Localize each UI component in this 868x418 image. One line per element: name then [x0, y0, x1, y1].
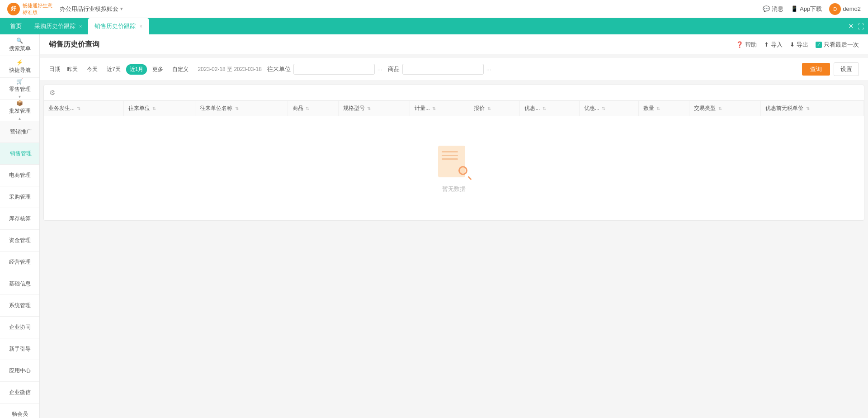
empty-text: 暂无数据 [442, 185, 466, 193]
user-menu[interactable]: D demo2 [829, 3, 861, 15]
th-unit[interactable]: 计量... ⇅ [410, 101, 469, 116]
logo-icon: 好 [7, 3, 20, 15]
logo-text: 畅捷通好生意 标准版 [23, 2, 52, 15]
sort-icon: ⇅ [602, 106, 605, 111]
tab-purchase-history[interactable]: 采购历史价跟踪 × [28, 18, 88, 34]
page-header: 销售历史价查询 ❓ 帮助 ⬆ 导入 ⬇ 导出 ✓ 只看最后一次 [40, 34, 868, 54]
filter-actions: 查询 设置 [802, 62, 859, 76]
sidebar-item-basic-info[interactable]: 基础信息 [0, 273, 39, 295]
table-settings-icon[interactable]: ⚙ [49, 89, 55, 97]
sidebar-item-search[interactable]: 🔍 搜索菜单 [0, 34, 39, 56]
message-icon: 💬 [763, 5, 770, 12]
th-discount1[interactable]: 优惠... ⇅ [520, 101, 579, 116]
partner-more-icon[interactable]: ··· [377, 66, 382, 73]
date-label: 日期 [49, 65, 61, 73]
query-button[interactable]: 查询 [802, 63, 830, 76]
sidebar-item-sales-mgmt[interactable]: 销售管理 [0, 143, 39, 165]
sort-icon: ⇅ [656, 106, 660, 111]
checkbox-checked-icon: ✓ [816, 42, 822, 48]
sidebar-item-operations[interactable]: 经营管理 [0, 252, 39, 273]
export-button[interactable]: ⬇ 导出 [790, 41, 808, 49]
th-spec[interactable]: 规格型号 ⇅ [338, 101, 410, 116]
partner-filter-group: 往来单位 ··· [267, 64, 382, 75]
sort-icon: ⇅ [806, 106, 810, 111]
th-partner-name[interactable]: 往来单位名称 ⇅ [195, 101, 288, 116]
th-pretax-price[interactable]: 优惠前无税单价 ⇅ [761, 101, 864, 116]
settings-button[interactable]: 设置 [834, 62, 859, 76]
data-table: 业务发生... ⇅ 往来单位 ⇅ 往来单位名称 ⇅ 商品 [44, 101, 864, 116]
sidebar-item-system[interactable]: 系统管理 [0, 295, 39, 317]
top-bar: 好 畅捷通好生意 标准版 办公用品行业模拟账套 ▾ 💬 消息 📱 App下载 D… [0, 0, 868, 18]
sort-icon: ⇅ [487, 106, 491, 111]
sidebar-item-wholesale[interactable]: 📦 批发管理 ▴ [0, 100, 39, 121]
top-bar-left: 好 畅捷通好生意 标准版 办公用品行业模拟账套 ▾ [7, 2, 127, 15]
sidebar-item-retail[interactable]: 🛒 零售管理 ▾ [0, 78, 39, 100]
maximize-window-icon[interactable]: ⛶ [858, 23, 864, 30]
content-area: 销售历史价查询 ❓ 帮助 ⬆ 导入 ⬇ 导出 ✓ 只看最后一次 [40, 34, 868, 418]
sidebar-sub-group: 营销推广 销售管理 [0, 121, 39, 165]
sidebar-item-enterprise-collab[interactable]: 企业协同 [0, 317, 39, 338]
date-btn-today[interactable]: 今天 [83, 64, 101, 75]
page-title: 销售历史价查询 [49, 40, 99, 49]
date-btn-custom[interactable]: 自定义 [169, 64, 192, 75]
wholesale-icon: 📦 [16, 100, 23, 106]
date-btn-yesterday[interactable]: 昨天 [63, 64, 81, 75]
date-btn-7days[interactable]: 近7天 [103, 64, 124, 75]
th-trade-type[interactable]: 交易类型 ⇅ [689, 101, 761, 116]
sort-icon: ⇅ [718, 106, 722, 111]
tab-close-purchase-icon[interactable]: × [79, 24, 82, 29]
help-icon: ❓ [736, 41, 743, 48]
page-header-actions: ❓ 帮助 ⬆ 导入 ⬇ 导出 ✓ 只看最后一次 [736, 41, 859, 49]
logo: 好 畅捷通好生意 标准版 [7, 2, 52, 15]
tab-sales-history[interactable]: 销售历史价跟踪 × [88, 18, 148, 34]
th-business-date[interactable]: 业务发生... ⇅ [44, 101, 124, 116]
th-goods[interactable]: 商品 ⇅ [288, 101, 338, 116]
table-container: ⚙ 业务发生... ⇅ 往来单位 ⇅ 往来单位名称 [43, 85, 864, 221]
sidebar-item-enterprise-wechat[interactable]: 企业微信 [0, 382, 39, 404]
top-bar-right: 💬 消息 📱 App下载 D demo2 [763, 3, 861, 15]
sidebar-item-quick-nav[interactable]: ⚡ 快捷导航 [0, 56, 39, 78]
goods-more-icon[interactable]: ··· [486, 66, 491, 73]
tab-home[interactable]: 首页 [4, 18, 28, 34]
app-download-button[interactable]: 📱 App下载 [791, 5, 822, 13]
date-buttons: 昨天 今天 近7天 近1月 更多 自定义 [63, 64, 192, 75]
only-last-checkbox[interactable]: ✓ 只看最后一次 [816, 41, 859, 49]
th-quantity[interactable]: 数量 ⇅ [639, 101, 689, 116]
partner-label: 往来单位 [267, 65, 291, 73]
account-selector[interactable]: 办公用品行业模拟账套 ▾ [56, 5, 127, 13]
help-button[interactable]: ❓ 帮助 [736, 41, 757, 49]
sidebar-item-newbie-guide[interactable]: 新手引导 [0, 338, 39, 360]
date-btn-more[interactable]: 更多 [149, 64, 167, 75]
goods-input[interactable] [402, 64, 484, 75]
th-discount2[interactable]: 优惠... ⇅ [579, 101, 638, 116]
sidebar-item-ecommerce[interactable]: 电商管理 [0, 165, 39, 186]
sidebar-item-member[interactable]: 畅会员 [0, 404, 39, 418]
date-filter-group: 日期 昨天 今天 近7天 近1月 更多 自定义 [49, 64, 192, 75]
th-quoted-price[interactable]: 报价 ⇅ [469, 101, 520, 116]
date-btn-1month[interactable]: 近1月 [126, 64, 147, 75]
magnify-handle [467, 176, 472, 180]
retail-icon: 🛒 [16, 78, 23, 85]
empty-illustration [436, 143, 472, 180]
avatar: D [829, 3, 841, 15]
export-icon: ⬇ [790, 41, 795, 48]
sidebar-item-inventory[interactable]: 库存核算 [0, 208, 39, 230]
magnify-glass [458, 166, 472, 180]
th-partner-code[interactable]: 往来单位 ⇅ [124, 101, 195, 116]
sort-icon: ⇅ [235, 106, 239, 111]
tab-bar: 首页 采购历史价跟踪 × 销售历史价跟踪 × ✕ ⛶ [0, 18, 868, 34]
sidebar-item-finance[interactable]: 资金管理 [0, 230, 39, 252]
sidebar-item-marketing[interactable]: 营销推广 [0, 121, 39, 143]
chevron-down-icon: ▾ [19, 94, 21, 99]
goods-label: 商品 [388, 65, 400, 73]
magnify-circle [458, 166, 467, 175]
partner-input[interactable] [293, 64, 375, 75]
close-window-icon[interactable]: ✕ [848, 22, 854, 30]
tab-close-sales-icon[interactable]: × [139, 24, 142, 29]
sidebar: 🔍 搜索菜单 ⚡ 快捷导航 🛒 零售管理 ▾ 📦 批发管理 ▴ 营销推广 销售管… [0, 34, 40, 418]
sort-icon: ⇅ [152, 106, 156, 111]
sidebar-item-app-center[interactable]: 应用中心 [0, 360, 39, 382]
sidebar-item-purchase[interactable]: 采购管理 [0, 186, 39, 208]
message-button[interactable]: 💬 消息 [763, 5, 783, 13]
import-button[interactable]: ⬆ 导入 [764, 41, 783, 49]
